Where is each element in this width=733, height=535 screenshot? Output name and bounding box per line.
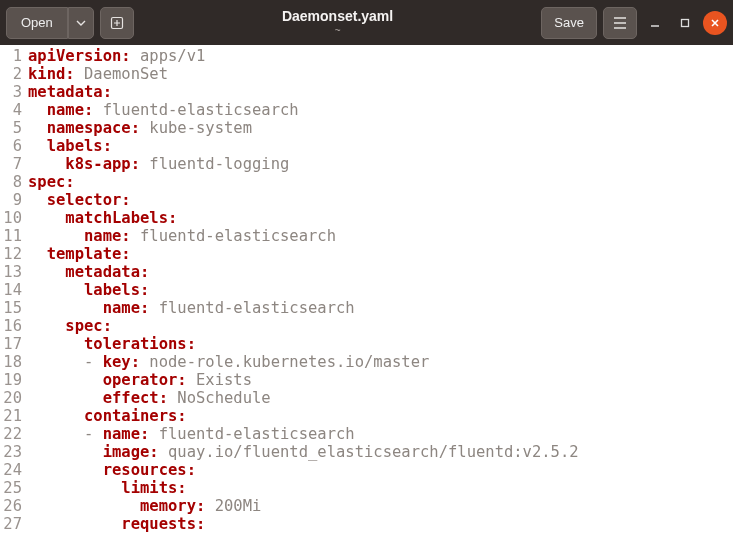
chevron-down-icon — [76, 20, 86, 26]
code-line[interactable]: image: quay.io/fluentd_elasticsearch/flu… — [28, 443, 733, 461]
code-line[interactable]: spec: — [28, 317, 733, 335]
code-line[interactable]: k8s-app: fluentd-logging — [28, 155, 733, 173]
line-number: 12 — [0, 245, 22, 263]
code-line[interactable]: matchLabels: — [28, 209, 733, 227]
line-number: 16 — [0, 317, 22, 335]
line-number: 19 — [0, 371, 22, 389]
code-line[interactable]: requests: — [28, 515, 733, 533]
line-number: 6 — [0, 137, 22, 155]
titlebar-right: Save — [541, 7, 727, 39]
close-icon — [710, 18, 720, 28]
line-number: 2 — [0, 65, 22, 83]
line-number: 21 — [0, 407, 22, 425]
line-number: 26 — [0, 497, 22, 515]
hamburger-icon — [613, 17, 627, 29]
line-number: 5 — [0, 119, 22, 137]
code-area[interactable]: apiVersion: apps/v1kind: DaemonSetmetada… — [28, 47, 733, 535]
code-line[interactable]: effect: NoSchedule — [28, 389, 733, 407]
line-number: 3 — [0, 83, 22, 101]
code-line[interactable]: name: fluentd-elasticsearch — [28, 227, 733, 245]
titlebar-left: Open — [6, 7, 134, 39]
titlebar-center: Daemonset.yaml ~ — [140, 9, 536, 36]
line-number: 27 — [0, 515, 22, 533]
line-number: 23 — [0, 443, 22, 461]
code-line[interactable]: name: fluentd-elasticsearch — [28, 299, 733, 317]
line-number: 17 — [0, 335, 22, 353]
line-number: 11 — [0, 227, 22, 245]
code-line[interactable]: operator: Exists — [28, 371, 733, 389]
editor[interactable]: 1234567891011121314151617181920212223242… — [0, 45, 733, 535]
code-line[interactable]: limits: — [28, 479, 733, 497]
new-tab-icon — [109, 15, 125, 31]
titlebar: Open Daemonset.yaml ~ Save — [0, 0, 733, 45]
line-number: 15 — [0, 299, 22, 317]
document-title: Daemonset.yaml — [282, 9, 393, 24]
line-number: 22 — [0, 425, 22, 443]
document-subtitle: ~ — [335, 25, 341, 36]
window-minimize-button[interactable] — [643, 11, 667, 35]
code-line[interactable]: containers: — [28, 407, 733, 425]
code-line[interactable]: metadata: — [28, 83, 733, 101]
minimize-icon — [650, 18, 660, 28]
svg-rect-1 — [682, 19, 689, 26]
line-number: 1 — [0, 47, 22, 65]
code-line[interactable]: labels: — [28, 137, 733, 155]
new-tab-button[interactable] — [100, 7, 134, 39]
code-line[interactable]: selector: — [28, 191, 733, 209]
line-number: 20 — [0, 389, 22, 407]
open-dropdown-button[interactable] — [68, 7, 94, 39]
code-line[interactable]: spec: — [28, 173, 733, 191]
line-number: 4 — [0, 101, 22, 119]
line-number: 25 — [0, 479, 22, 497]
line-number: 10 — [0, 209, 22, 227]
line-number-gutter: 1234567891011121314151617181920212223242… — [0, 47, 28, 535]
code-line[interactable]: template: — [28, 245, 733, 263]
code-line[interactable]: name: fluentd-elasticsearch — [28, 101, 733, 119]
code-line[interactable]: memory: 200Mi — [28, 497, 733, 515]
code-line[interactable]: resources: — [28, 461, 733, 479]
window-close-button[interactable] — [703, 11, 727, 35]
code-line[interactable]: - key: node-role.kubernetes.io/master — [28, 353, 733, 371]
code-line[interactable]: - name: fluentd-elasticsearch — [28, 425, 733, 443]
code-line[interactable]: apiVersion: apps/v1 — [28, 47, 733, 65]
line-number: 8 — [0, 173, 22, 191]
code-line[interactable]: tolerations: — [28, 335, 733, 353]
window-maximize-button[interactable] — [673, 11, 697, 35]
line-number: 7 — [0, 155, 22, 173]
save-button[interactable]: Save — [541, 7, 597, 39]
code-line[interactable]: metadata: — [28, 263, 733, 281]
open-button[interactable]: Open — [6, 7, 68, 39]
code-line[interactable]: namespace: kube-system — [28, 119, 733, 137]
code-line[interactable]: labels: — [28, 281, 733, 299]
line-number: 9 — [0, 191, 22, 209]
line-number: 18 — [0, 353, 22, 371]
hamburger-menu-button[interactable] — [603, 7, 637, 39]
code-line[interactable]: kind: DaemonSet — [28, 65, 733, 83]
line-number: 24 — [0, 461, 22, 479]
line-number: 13 — [0, 263, 22, 281]
maximize-icon — [680, 18, 690, 28]
line-number: 14 — [0, 281, 22, 299]
